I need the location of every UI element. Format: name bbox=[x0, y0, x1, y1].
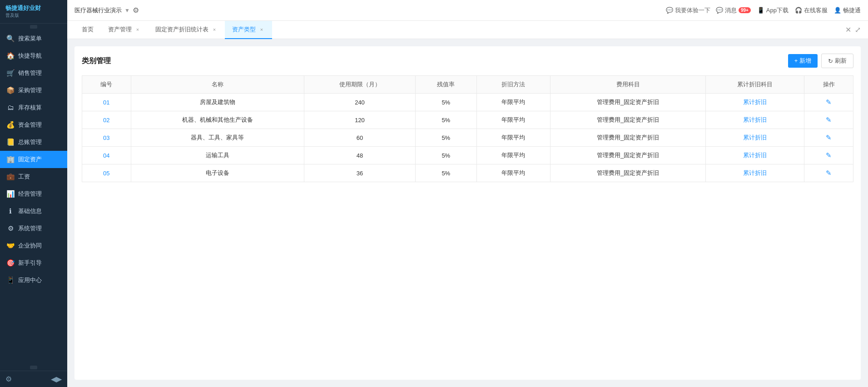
sales-icon: 🛒 bbox=[6, 69, 15, 77]
quicknav-icon: 🏠 bbox=[6, 52, 15, 60]
topbar-settings-icon[interactable]: ⚙ bbox=[133, 6, 139, 15]
cell-period-2: 60 bbox=[304, 129, 416, 147]
sidebar-label-ledger: 总账管理 bbox=[18, 138, 42, 146]
sidebar-label-inventory: 库存核算 bbox=[18, 104, 42, 112]
sidebar-quicknav-label: 快捷导航 bbox=[18, 52, 42, 60]
table-row: 04 运输工具 48 5% 年限平均 管理费用_固定资产折旧 累计折旧 ✎ bbox=[82, 147, 853, 164]
sidebar-label-system: 系统管理 bbox=[18, 224, 42, 233]
sidebar-item-funds[interactable]: 💰 资金管理 bbox=[0, 116, 67, 134]
sidebar-item-inventory[interactable]: 🗂 库存核算 bbox=[0, 99, 67, 116]
sidebar-label-fixed: 固定资产 bbox=[18, 155, 42, 164]
topbar: 医疗器械行业演示 ▼ ⚙ 💬 我要体验一下 💬 消息 99+ 📱 App下载 🎧… bbox=[67, 0, 868, 21]
sidebar-label-info: 基础信息 bbox=[18, 207, 42, 215]
cell-edit-1[interactable]: ✎ bbox=[804, 111, 853, 129]
cell-edit-2[interactable]: ✎ bbox=[804, 129, 853, 147]
operations-icon: 📊 bbox=[6, 190, 15, 198]
cell-residual-0: 5% bbox=[415, 94, 476, 111]
col-id: 编号 bbox=[82, 76, 131, 94]
refresh-icon: ↻ bbox=[828, 58, 833, 64]
cell-id-1: 02 bbox=[82, 111, 131, 129]
tab-asset-mgmt-close[interactable]: × bbox=[134, 26, 141, 33]
message-label: 消息 bbox=[725, 6, 737, 15]
fixed-icon: 🏢 bbox=[6, 155, 15, 164]
sidebar-item-quicknav[interactable]: 🏠 快捷导航 bbox=[0, 47, 67, 64]
sidebar-item-app[interactable]: 📱 应用中心 bbox=[0, 272, 67, 289]
col-name: 名称 bbox=[131, 76, 304, 94]
cell-period-4: 36 bbox=[304, 164, 416, 182]
cell-method-1: 年限平均 bbox=[476, 111, 550, 129]
tab-asset-type-close[interactable]: × bbox=[258, 26, 265, 33]
tab-depreciation[interactable]: 固定资产折旧统计表 × bbox=[148, 21, 225, 39]
sidebar-label-payroll: 工资 bbox=[18, 173, 30, 181]
cell-method-3: 年限平均 bbox=[476, 147, 550, 164]
payroll-icon: 💼 bbox=[6, 173, 15, 181]
topbar-right: 💬 消息 99+ 📱 App下载 🎧 在线客服 👤 畅捷通 bbox=[716, 6, 861, 15]
table-row: 02 机器、机械和其他生产设备 120 5% 年限平均 管理费用_固定资产折旧 … bbox=[82, 111, 853, 129]
main-area: 医疗器械行业演示 ▼ ⚙ 💬 我要体验一下 💬 消息 99+ 📱 App下载 🎧… bbox=[67, 0, 868, 387]
cell-edit-0[interactable]: ✎ bbox=[804, 94, 853, 111]
cell-expense-2: 管理费用_固定资产折旧 bbox=[551, 129, 706, 147]
page-content: 类别管理 + 新增 ↻ 刷新 编号 名称 使用期限（月） bbox=[67, 39, 868, 387]
tab-home-label: 首页 bbox=[82, 25, 94, 34]
cell-name-3: 运输工具 bbox=[131, 147, 304, 164]
try-feature-btn[interactable]: 💬 我要体验一下 bbox=[666, 6, 710, 15]
cell-id-3: 04 bbox=[82, 147, 131, 164]
tab-asset-type-label: 资产类型 bbox=[232, 25, 256, 34]
cell-edit-3[interactable]: ✎ bbox=[804, 147, 853, 164]
app-download-btn[interactable]: 📱 App下载 bbox=[757, 6, 789, 15]
sidebar-item-system[interactable]: ⚙ 系统管理 bbox=[0, 220, 67, 237]
window-close-btn[interactable]: ✕ bbox=[845, 25, 851, 34]
sidebar-item-sales[interactable]: 🛒 销售管理 bbox=[0, 64, 67, 82]
chat-icon: 💬 bbox=[666, 7, 673, 14]
settings-icon[interactable]: ⚙ bbox=[5, 375, 12, 383]
col-accumulated: 累计折旧科目 bbox=[706, 76, 804, 94]
sidebar-label-app: 应用中心 bbox=[18, 276, 42, 284]
message-btn[interactable]: 💬 消息 99+ bbox=[716, 6, 751, 15]
sidebar-item-payroll[interactable]: 💼 工资 bbox=[0, 168, 67, 185]
window-expand-btn[interactable]: ⤢ bbox=[855, 25, 861, 34]
collapse-icon[interactable]: ◀▶ bbox=[51, 375, 62, 383]
cell-accumulated-3: 累计折旧 bbox=[706, 147, 804, 164]
sidebar-item-ledger[interactable]: 📒 总账管理 bbox=[0, 134, 67, 151]
sidebar-item-info[interactable]: ℹ 基础信息 bbox=[0, 203, 67, 220]
tab-depreciation-close[interactable]: × bbox=[211, 26, 218, 33]
cell-id-0: 01 bbox=[82, 94, 131, 111]
service-btn[interactable]: 🎧 在线客服 bbox=[795, 6, 828, 15]
user-btn[interactable]: 👤 畅捷通 bbox=[834, 6, 861, 15]
sidebar-item-enterprise[interactable]: 🤝 企业协同 bbox=[0, 237, 67, 254]
user-icon: 👤 bbox=[834, 7, 841, 14]
page-header: 类别管理 + 新增 ↻ 刷新 bbox=[82, 54, 853, 68]
new-button[interactable]: + 新增 bbox=[788, 54, 818, 68]
service-icon: 🎧 bbox=[795, 7, 802, 14]
enterprise-icon: 🤝 bbox=[6, 242, 15, 250]
scroll-down-btn[interactable] bbox=[30, 366, 37, 369]
cell-name-1: 机器、机械和其他生产设备 bbox=[131, 111, 304, 129]
tab-home[interactable]: 首页 bbox=[74, 21, 101, 39]
tab-asset-mgmt[interactable]: 资产管理 × bbox=[101, 21, 148, 39]
col-expense: 费用科目 bbox=[551, 76, 706, 94]
tab-asset-type[interactable]: 资产类型 × bbox=[225, 21, 272, 39]
cell-accumulated-1: 累计折旧 bbox=[706, 111, 804, 129]
table-row: 05 电子设备 36 5% 年限平均 管理费用_固定资产折旧 累计折旧 ✎ bbox=[82, 164, 853, 182]
cell-id-2: 03 bbox=[82, 129, 131, 147]
sidebar-item-search[interactable]: 🔍 搜索菜单 bbox=[0, 30, 67, 47]
app-download-label: App下载 bbox=[766, 6, 789, 15]
cell-period-0: 240 bbox=[304, 94, 416, 111]
new-button-label: + 新增 bbox=[794, 57, 811, 65]
app-name: 畅捷通好业财 bbox=[5, 5, 41, 12]
col-method: 折旧方法 bbox=[476, 76, 550, 94]
message-icon: 💬 bbox=[716, 7, 723, 14]
sidebar-label-guide: 新手引导 bbox=[18, 259, 42, 267]
cell-expense-4: 管理费用_固定资产折旧 bbox=[551, 164, 706, 182]
sidebar-item-purchase[interactable]: 📦 采购管理 bbox=[0, 82, 67, 99]
table-row: 01 房屋及建筑物 240 5% 年限平均 管理费用_固定资产折旧 累计折旧 ✎ bbox=[82, 94, 853, 111]
sidebar-label-sales: 销售管理 bbox=[18, 69, 42, 77]
sidebar-item-fixed[interactable]: 🏢 固定资产 bbox=[0, 151, 67, 168]
scroll-up-btn[interactable] bbox=[30, 25, 37, 29]
sidebar-item-operations[interactable]: 📊 经营管理 bbox=[0, 185, 67, 203]
refresh-button[interactable]: ↻ 刷新 bbox=[821, 54, 853, 68]
sidebar-item-guide[interactable]: 🎯 新手引导 bbox=[0, 254, 67, 272]
col-residual: 残值率 bbox=[415, 76, 476, 94]
download-icon: 📱 bbox=[757, 7, 764, 14]
cell-edit-4[interactable]: ✎ bbox=[804, 164, 853, 182]
